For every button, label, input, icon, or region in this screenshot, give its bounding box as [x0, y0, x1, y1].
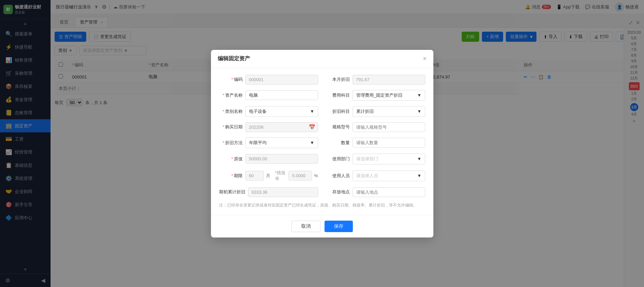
quantity-label: 数量	[326, 140, 350, 146]
depreciation-method-arrow-icon: ▼	[310, 140, 314, 145]
depreciation-account-label: 折旧科目	[326, 108, 350, 115]
purchase-date-label: *购买日期	[219, 124, 243, 130]
period-input	[245, 171, 264, 181]
monthly-depreciation-label: 本月折旧	[326, 76, 350, 83]
modal-note: 注：已经存在变更记录或者对应固定资产已经生成凭证，原值、购买日期、残值率、累计折…	[219, 202, 425, 208]
department-label: 使用部门	[326, 156, 350, 162]
depreciation-account-select[interactable]: 累计折旧 ▼	[352, 106, 425, 117]
modal-header: 编辑固定资产 ×	[211, 50, 433, 68]
form-row-spec: 规格型号	[326, 122, 425, 132]
save-button[interactable]: 保存	[325, 221, 353, 232]
depreciation-method-label: *折旧方法	[219, 140, 243, 146]
form-row-depreciation-method: *折旧方法 年限平均 ▼	[219, 137, 318, 148]
code-label: *编码	[219, 76, 243, 83]
residual-rate-input	[288, 171, 312, 181]
monthly-depreciation-input	[352, 75, 425, 85]
period-label: *期限	[219, 173, 243, 179]
form-row-person: 使用人员 请选择人员 ▼	[326, 170, 425, 182]
spec-input[interactable]	[352, 122, 425, 132]
location-label: 存放地点	[326, 189, 350, 195]
form-row-original-value: *原值	[219, 154, 318, 164]
cancel-button[interactable]: 取消	[292, 221, 320, 232]
form-row-opening-depreciation: 期初累计折旧	[219, 187, 318, 197]
category-select[interactable]: 电子设备 ▼	[245, 106, 318, 117]
form-row-expense-account: 费用科目 管理费用_固定资产折旧 ▼	[326, 90, 425, 101]
person-select[interactable]: 请选择人员 ▼	[352, 170, 425, 181]
depreciation-account-arrow-icon: ▼	[417, 109, 422, 114]
opening-depreciation-label: 期初累计折旧	[219, 189, 245, 195]
calendar-icon: 📅	[309, 124, 315, 130]
quantity-input[interactable]	[352, 138, 425, 148]
form-row-location: 存放地点	[326, 187, 425, 197]
modal-body: *编码 本月折旧 *资产名称	[211, 68, 433, 215]
form-row-purchase-date: *购买日期 📅	[219, 122, 318, 132]
code-input[interactable]	[245, 75, 318, 85]
period-unit: 月	[266, 173, 270, 179]
expense-account-arrow-icon: ▼	[417, 93, 422, 98]
form-row-asset-name: *资产名称	[219, 90, 318, 101]
location-input[interactable]	[352, 187, 425, 197]
modal-title: 编辑固定资产	[218, 55, 250, 62]
form-row-code: *编码	[219, 75, 318, 85]
person-label: 使用人员	[326, 173, 350, 179]
opening-depreciation-input	[248, 187, 318, 197]
form-row-category: *类别名称 电子设备 ▼	[219, 106, 318, 117]
residual-rate-unit: %	[314, 173, 318, 178]
period-residual-inline: 月 *残值率 %	[245, 170, 318, 182]
form-row-quantity: 数量	[326, 137, 425, 148]
form-row-period: *期限 月 *残值率 %	[219, 170, 318, 182]
form-row-depreciation-account: 折旧科目 累计折旧 ▼	[326, 106, 425, 117]
category-name-label: *类别名称	[219, 108, 243, 115]
modal-overlay: 编辑固定资产 × *编码 本月折旧	[0, 0, 644, 287]
expense-account-select[interactable]: 管理费用_固定资产折旧 ▼	[352, 90, 425, 101]
person-arrow-icon: ▼	[417, 173, 422, 178]
spec-label: 规格型号	[326, 124, 350, 130]
form-row-monthly-depreciation: 本月折旧	[326, 75, 425, 85]
form-grid: *编码 本月折旧 *资产名称	[219, 75, 425, 197]
modal-close-button[interactable]: ×	[423, 55, 427, 62]
original-value-input	[245, 154, 318, 164]
purchase-date-field: 📅	[245, 122, 318, 132]
edit-asset-modal: 编辑固定资产 × *编码 本月折旧	[211, 50, 433, 237]
purchase-date-input[interactable]	[245, 122, 318, 132]
original-value-label: *原值	[219, 156, 243, 162]
asset-name-input[interactable]	[245, 90, 318, 100]
residual-rate-label: *残值率	[275, 170, 286, 182]
form-row-department: 使用部门 请选择部门 ▼	[326, 154, 425, 164]
depreciation-method-select[interactable]: 年限平均 ▼	[245, 137, 318, 148]
expense-account-label: 费用科目	[326, 92, 350, 98]
modal-footer: 取消 保存	[211, 215, 433, 237]
department-arrow-icon: ▼	[417, 156, 422, 161]
department-select[interactable]: 请选择部门 ▼	[352, 154, 425, 164]
asset-name-label: *资产名称	[219, 92, 243, 98]
category-arrow-icon: ▼	[310, 109, 314, 114]
